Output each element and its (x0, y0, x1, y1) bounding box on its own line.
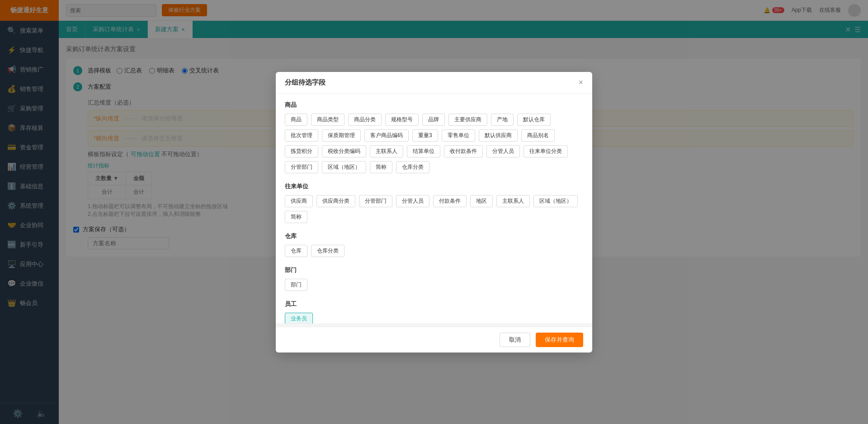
field-tag-0-19[interactable]: 收付款条件 (444, 145, 483, 157)
field-tag-1-2[interactable]: 分管部门 (359, 195, 392, 207)
field-tag-0-20[interactable]: 分管人员 (486, 145, 520, 157)
field-tag-0-1[interactable]: 商品类型 (311, 114, 344, 126)
field-tag-0-17[interactable]: 主联系人 (370, 145, 403, 157)
field-group-title-1: 往来单位 (285, 182, 583, 191)
field-tag-0-16[interactable]: 税收分类编码 (322, 145, 366, 157)
field-group-title-2: 仓库 (285, 232, 583, 240)
field-tag-0-2[interactable]: 商品分类 (348, 114, 382, 126)
confirm-button[interactable]: 保存并查询 (536, 333, 583, 347)
field-group-0: 商品商品商品类型商品分类规格型号品牌主要供应商产地默认仓库批次管理保质期管理客户… (285, 101, 583, 173)
field-tags-1: 供应商供应商分类分管部门分管人员付款条件地区主联系人区域（地区）简称 (285, 195, 583, 223)
field-group-1: 往来单位供应商供应商分类分管部门分管人员付款条件地区主联系人区域（地区）简称 (285, 182, 583, 223)
dialog-header: 分组待选字段 × (276, 72, 592, 94)
dialog: 分组待选字段 × 商品商品商品类型商品分类规格型号品牌主要供应商产地默认仓库批次… (276, 72, 592, 353)
field-group-title-4: 员工 (285, 300, 583, 308)
field-tags-4: 业务员 (285, 313, 583, 324)
field-tags-2: 仓库仓库分类 (285, 245, 583, 257)
field-tag-1-7[interactable]: 区域（地区） (533, 195, 578, 207)
field-tag-0-22[interactable]: 分管部门 (285, 161, 318, 173)
dialog-title: 分组待选字段 (285, 78, 326, 87)
field-tag-0-9[interactable]: 保质期管理 (322, 129, 361, 142)
field-tag-0-24[interactable]: 简称 (370, 161, 392, 173)
field-tag-1-5[interactable]: 地区 (470, 195, 493, 207)
dialog-body: 商品商品商品类型商品分类规格型号品牌主要供应商产地默认仓库批次管理保质期管理客户… (276, 94, 592, 324)
dialog-footer: 取消 保存并查询 (276, 327, 592, 353)
field-tag-0-21[interactable]: 往来单位分类 (524, 145, 568, 157)
field-tag-0-4[interactable]: 品牌 (422, 114, 445, 126)
field-tag-1-4[interactable]: 付款条件 (433, 195, 467, 207)
field-tag-0-6[interactable]: 产地 (491, 114, 514, 126)
field-tag-0-23[interactable]: 区域（地区） (322, 161, 366, 173)
field-tag-0-8[interactable]: 批次管理 (285, 129, 318, 142)
field-tag-1-6[interactable]: 主联系人 (496, 195, 530, 207)
field-tag-2-1[interactable]: 仓库分类 (311, 245, 344, 257)
field-tag-1-1[interactable]: 供应商分类 (316, 195, 355, 207)
field-tag-1-3[interactable]: 分管人员 (396, 195, 429, 207)
field-group-4: 员工业务员 (285, 300, 583, 324)
field-tag-4-0[interactable]: 业务员 (285, 313, 313, 324)
field-tag-0-15[interactable]: 拣货积分 (285, 145, 318, 157)
field-group-2: 仓库仓库仓库分类 (285, 232, 583, 257)
field-tag-1-0[interactable]: 供应商 (285, 195, 313, 207)
field-tag-0-11[interactable]: 重量3 (412, 129, 438, 142)
field-tag-0-7[interactable]: 默认仓库 (517, 114, 551, 126)
dialog-scrollbar[interactable] (276, 324, 592, 327)
field-tag-0-12[interactable]: 零售单位 (442, 129, 475, 142)
field-tag-0-0[interactable]: 商品 (285, 114, 307, 126)
cancel-button[interactable]: 取消 (500, 333, 530, 347)
field-tags-3: 部门 (285, 279, 583, 291)
field-tag-0-10[interactable]: 客户商品编码 (364, 129, 409, 142)
field-tags-0: 商品商品类型商品分类规格型号品牌主要供应商产地默认仓库批次管理保质期管理客户商品… (285, 114, 583, 173)
field-group-title-3: 部门 (285, 266, 583, 274)
overlay: 分组待选字段 × 商品商品商品类型商品分类规格型号品牌主要供应商产地默认仓库批次… (0, 0, 868, 424)
field-tag-1-8[interactable]: 简称 (285, 211, 307, 223)
dialog-close-button[interactable]: × (578, 78, 583, 86)
field-tag-0-25[interactable]: 仓库分类 (396, 161, 429, 173)
field-tag-0-14[interactable]: 商品别名 (521, 129, 555, 142)
field-tag-0-13[interactable]: 默认供应商 (479, 129, 518, 142)
field-group-title-0: 商品 (285, 101, 583, 109)
field-tag-0-5[interactable]: 主要供应商 (448, 114, 487, 126)
field-tag-0-18[interactable]: 结算单位 (407, 145, 440, 157)
field-tag-3-0[interactable]: 部门 (285, 279, 307, 291)
field-group-3: 部门部门 (285, 266, 583, 291)
field-tag-2-0[interactable]: 仓库 (285, 245, 307, 257)
field-tag-0-3[interactable]: 规格型号 (385, 114, 419, 126)
